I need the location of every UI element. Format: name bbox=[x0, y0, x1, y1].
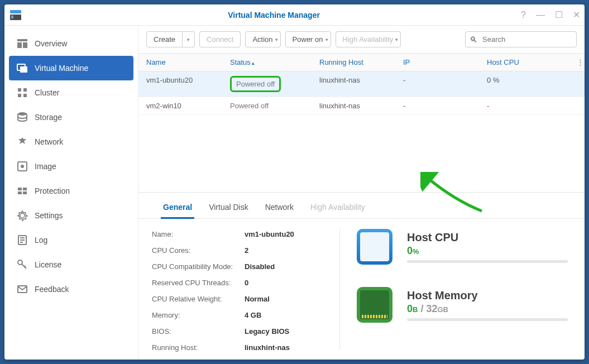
search-icon: 🔍︎ bbox=[470, 35, 477, 44]
svg-rect-9 bbox=[18, 88, 21, 92]
sidebar: Overview Virtual Machine Cluster Storage… bbox=[4, 26, 138, 360]
sidebar-item-label: Settings bbox=[35, 211, 63, 220]
log-icon bbox=[17, 234, 28, 246]
window-title: Virtual Machine Manager bbox=[27, 11, 521, 20]
tab-network[interactable]: Network bbox=[263, 198, 296, 218]
sidebar-item-storage[interactable]: Storage bbox=[9, 105, 133, 130]
sidebar-item-image[interactable]: Image bbox=[9, 154, 133, 179]
overview-icon bbox=[17, 38, 28, 49]
col-host[interactable]: Running Host bbox=[312, 58, 395, 66]
tab-ha[interactable]: High Availability bbox=[308, 198, 367, 218]
col-status[interactable]: Status▴ bbox=[222, 58, 312, 66]
app-window: Virtual Machine Manager ? — ☐ ✕ Overview… bbox=[4, 4, 585, 360]
properties-list: Name:vm1-ubuntu20 CPU Cores:2 CPU Compat… bbox=[138, 219, 339, 360]
caret-down-icon: ▾ bbox=[395, 37, 398, 42]
detail-tabs: General Virtual Disk Network High Availa… bbox=[138, 193, 585, 219]
ha-button[interactable]: High Availability▾ bbox=[336, 31, 401, 47]
sidebar-item-settings[interactable]: Settings bbox=[9, 203, 133, 228]
titlebar: Virtual Machine Manager ? — ☐ ✕ bbox=[4, 4, 585, 26]
svg-rect-5 bbox=[17, 42, 22, 48]
vm-icon bbox=[17, 63, 28, 74]
maximize-icon[interactable]: ☐ bbox=[555, 9, 563, 20]
cpu-icon bbox=[357, 229, 392, 265]
svg-rect-2 bbox=[11, 16, 13, 17]
svg-rect-3 bbox=[11, 17, 13, 18]
network-icon bbox=[17, 136, 28, 147]
sidebar-item-overview[interactable]: Overview bbox=[9, 31, 133, 56]
cpu-bar bbox=[407, 260, 568, 263]
sidebar-item-log[interactable]: Log bbox=[9, 228, 133, 252]
sidebar-item-label: Virtual Machine bbox=[35, 64, 88, 73]
table-row[interactable]: vm2-win10 Powered off linuxhint-nas - - bbox=[138, 97, 585, 115]
key-icon bbox=[17, 259, 28, 270]
sidebar-item-label: Protection bbox=[35, 186, 70, 195]
sidebar-item-cluster[interactable]: Cluster bbox=[9, 80, 133, 105]
protection-icon bbox=[17, 185, 28, 197]
sidebar-item-label: Image bbox=[35, 162, 56, 171]
col-more-icon[interactable]: ⋮ bbox=[569, 58, 585, 66]
status-highlight: Powered off bbox=[230, 76, 281, 92]
connect-button[interactable]: Connect bbox=[199, 31, 241, 47]
help-icon[interactable]: ? bbox=[521, 10, 526, 20]
toolbar: Create ▾ Connect Action▾ Power on▾ High … bbox=[138, 26, 585, 53]
memory-bar bbox=[407, 318, 568, 321]
sort-asc-icon: ▴ bbox=[252, 60, 255, 66]
sidebar-item-label: Feedback bbox=[35, 285, 69, 294]
sidebar-item-protection[interactable]: Protection bbox=[9, 179, 133, 203]
memory-icon bbox=[357, 287, 392, 323]
svg-point-15 bbox=[21, 165, 24, 168]
minimize-icon[interactable]: — bbox=[536, 10, 545, 20]
close-icon[interactable]: ✕ bbox=[573, 9, 580, 20]
svg-rect-0 bbox=[10, 10, 21, 13]
search-input[interactable] bbox=[465, 31, 577, 47]
col-name[interactable]: Name bbox=[138, 58, 222, 66]
image-icon bbox=[17, 161, 28, 172]
sidebar-item-license[interactable]: License bbox=[9, 252, 133, 277]
svg-rect-10 bbox=[23, 88, 27, 92]
sidebar-item-feedback[interactable]: Feedback bbox=[9, 277, 133, 301]
details-panel: General Virtual Disk Network High Availa… bbox=[138, 192, 585, 360]
svg-rect-16 bbox=[18, 188, 22, 190]
power-button[interactable]: Power on▾ bbox=[285, 31, 331, 47]
sidebar-item-network[interactable]: Network bbox=[9, 130, 133, 154]
host-memory-stat: Host Memory 0B / 32GB bbox=[357, 287, 568, 323]
sidebar-item-virtual-machine[interactable]: Virtual Machine bbox=[9, 56, 133, 80]
caret-down-icon: ▾ bbox=[187, 37, 190, 42]
col-cpu[interactable]: Host CPU bbox=[479, 58, 569, 66]
svg-rect-6 bbox=[23, 42, 27, 48]
storage-icon bbox=[17, 112, 28, 123]
action-button[interactable]: Action▾ bbox=[245, 31, 280, 47]
caret-down-icon: ▾ bbox=[325, 37, 328, 42]
sidebar-item-label: Log bbox=[35, 236, 47, 245]
svg-rect-8 bbox=[20, 66, 27, 73]
sidebar-item-label: Storage bbox=[35, 113, 62, 122]
svg-rect-17 bbox=[23, 188, 27, 190]
svg-point-13 bbox=[18, 112, 27, 116]
table-header: Name Status▴ Running Host IP Host CPU ⋮ bbox=[138, 53, 585, 71]
app-icon bbox=[9, 8, 22, 22]
envelope-icon bbox=[17, 284, 28, 295]
svg-rect-19 bbox=[23, 191, 27, 194]
svg-rect-12 bbox=[23, 94, 27, 97]
sidebar-item-label: Overview bbox=[35, 39, 67, 48]
sidebar-item-label: Network bbox=[35, 137, 63, 146]
table-row[interactable]: vm1-ubuntu20 Powered off linuxhint-nas -… bbox=[138, 71, 585, 97]
cluster-icon bbox=[17, 87, 28, 98]
svg-rect-11 bbox=[18, 94, 21, 97]
col-ip[interactable]: IP bbox=[395, 58, 479, 66]
create-button[interactable]: Create bbox=[146, 31, 183, 47]
sidebar-item-label: Cluster bbox=[35, 88, 59, 97]
caret-down-icon: ▾ bbox=[275, 37, 278, 42]
svg-rect-18 bbox=[18, 191, 22, 194]
svg-rect-4 bbox=[17, 39, 27, 41]
svg-point-24 bbox=[18, 260, 22, 265]
tab-virtual-disk[interactable]: Virtual Disk bbox=[207, 198, 251, 218]
gear-icon bbox=[17, 210, 28, 221]
host-cpu-stat: Host CPU 0% bbox=[357, 229, 568, 265]
tab-general[interactable]: General bbox=[161, 198, 194, 219]
sidebar-item-label: License bbox=[35, 260, 61, 269]
create-dropdown[interactable]: ▾ bbox=[183, 31, 195, 47]
